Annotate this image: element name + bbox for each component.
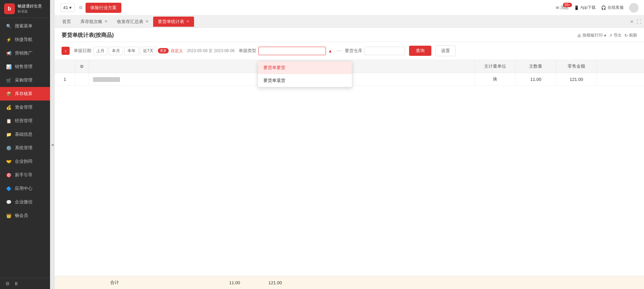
tab-home[interactable]: 首页 (57, 17, 76, 27)
export-btn[interactable]: ↗ 导出 (609, 32, 622, 38)
sidebar-label-quick-nav: 快捷导航 (15, 37, 32, 43)
sidebar-icon-search: 🔍 (5, 23, 12, 29)
recent-7days-btn[interactable]: 近7天 (140, 47, 157, 55)
sidebar-icon-guide: 🎯 (5, 172, 12, 178)
tab-order-stats[interactable]: 要货单统计表✕ (153, 17, 194, 27)
date-filter-group: 单据日期 上月 本月 本年 近7天 更多 自定义 (74, 47, 183, 55)
logo-icon: b (4, 3, 15, 14)
sidebar-label-wechat: 企业微信 (15, 199, 32, 205)
sidebar-item-sales[interactable]: 📊 销售管理 (0, 60, 50, 73)
sidebar-label-search: 搜索菜单 (15, 23, 32, 29)
table-footer: 合计 11.00 121.00 (55, 276, 644, 289)
sidebar-icon-quick-nav: ⚡ (5, 36, 12, 43)
sidebar-collapse-btn[interactable]: ◀ (50, 0, 55, 289)
tab-close-receive-summary[interactable]: ✕ (145, 19, 148, 24)
collapse-icon[interactable]: ⏸ (14, 281, 19, 286)
sidebar-icon-system: ⚙️ (5, 144, 12, 151)
type-input[interactable] (258, 47, 326, 55)
user-avatar[interactable] (629, 3, 639, 13)
messages-btn[interactable]: ✉ 消息 99+ (556, 5, 569, 10)
td-empty (597, 73, 644, 86)
date-range-text: 2023-05-06 至 2023-06-06 (187, 48, 235, 54)
refresh-btn[interactable]: ↻ 刷新 (624, 32, 637, 38)
type-dropdown-icon[interactable]: ▲ (328, 48, 332, 53)
sidebar-item-operation[interactable]: 📋 经营管理 (0, 114, 50, 128)
store-selector[interactable]: 41 ▾ (60, 3, 75, 12)
date-label: 单据日期 (74, 48, 91, 54)
header-gear-icon[interactable]: ⚙ (79, 5, 83, 10)
sidebar-item-appstore[interactable]: 🔷 应用中心 (0, 182, 50, 195)
sidebar-item-guide[interactable]: 🎯 新手引导 (0, 168, 50, 182)
content-area: 要货单统计表(按商品) 🖨 按模板打印 ▾ ↗ 导出 ↻ 刷新 › (55, 28, 644, 289)
sidebar-label-inventory: 库存核算 (15, 91, 32, 97)
sidebar-label-system: 系统管理 (15, 145, 32, 151)
sidebar-item-quick-nav[interactable]: ⚡ 快捷导航 (0, 33, 50, 46)
type-filter-group: 单据类型 ▲ (239, 47, 332, 55)
dropdown-item-order-req[interactable]: 要货单要货 (258, 61, 352, 74)
app-version: 标准版 (18, 9, 42, 14)
column-settings-icon[interactable]: ⚙ (80, 64, 84, 69)
sidebar-bottom: ⚙ ⏸ (0, 278, 50, 289)
print-icon: 🖨 (577, 33, 581, 38)
filter-bar: › 单据日期 上月 本月 本年 近7天 更多 自定义 2023-05-06 至 … (55, 42, 644, 60)
sidebar-item-enterprise[interactable]: 🤝 企业协同 (0, 155, 50, 168)
sidebar-label-basic: 基础信息 (15, 131, 32, 137)
type-label: 单据类型 (239, 48, 256, 54)
tab-receive-summary[interactable]: 收发存汇总表✕ (112, 17, 153, 27)
date-custom-btn[interactable]: 自定义 (171, 48, 183, 54)
th-settings[interactable]: ⚙ (75, 60, 89, 73)
sidebar-icon-basic: 📁 (5, 131, 12, 138)
sidebar: b 畅捷通好生意 标准版 🔍 搜索菜单 ⚡ 快捷导航 📢 营销推广 📊 销售管理… (0, 0, 50, 289)
td-settings-cell (75, 73, 89, 86)
th-unit: 主计量单位 (475, 60, 516, 73)
date-quick-btns: 上月 本月 本年 近7天 更多 (93, 47, 169, 55)
online-service-btn[interactable]: 🎧 在线客服 (601, 5, 624, 10)
tab-label-home: 首页 (62, 19, 71, 25)
filter-expand-btn[interactable]: › (62, 47, 70, 55)
tab-close-order-stats[interactable]: ✕ (186, 19, 189, 24)
store-number: 41 (63, 5, 68, 10)
app-download-btn[interactable]: 📱 App下载 (574, 5, 596, 10)
app-logo: b 畅捷通好生意 标准版 (0, 0, 50, 18)
expand-icon[interactable]: ⛶ (637, 19, 641, 24)
tab-inventory-batch[interactable]: 库存批次账✕ (76, 17, 112, 27)
header-right: ✉ 消息 99+ 📱 App下载 🎧 在线客服 (556, 3, 639, 13)
sidebar-item-basic[interactable]: 📁 基础信息 (0, 128, 50, 141)
app-icon: 📱 (574, 5, 579, 10)
trial-btn[interactable]: 体验行业方案 (86, 3, 121, 13)
sidebar-icon-enterprise: 🤝 (5, 158, 12, 165)
th-empty (597, 60, 644, 73)
sidebar-icon-purchase: 🛒 (5, 77, 12, 84)
tab-label-order-stats: 要货单统计表 (158, 19, 184, 25)
sidebar-menu: 🔍 搜索菜单 ⚡ 快捷导航 📢 营销推广 📊 销售管理 🛒 采购管理 📦 库存核… (0, 18, 50, 278)
sidebar-item-system[interactable]: ⚙️ 系统管理 (0, 141, 50, 155)
sidebar-item-marketing[interactable]: 📢 营销推广 (0, 46, 50, 60)
sidebar-item-purchase[interactable]: 🛒 采购管理 (0, 73, 50, 87)
sidebar-icon-sales: 📊 (5, 63, 12, 70)
footer-qty: 11.00 (214, 280, 255, 285)
td-qty: 11.00 (516, 73, 556, 86)
close-all-icon[interactable]: ✕ (630, 19, 634, 24)
sidebar-icon-wechat: 💬 (5, 199, 12, 205)
sidebar-item-wechat[interactable]: 💬 企业微信 (0, 195, 50, 209)
prev-month-btn[interactable]: 上月 (93, 47, 108, 55)
this-year-btn[interactable]: 本年 (124, 47, 139, 55)
sidebar-label-appstore: 应用中心 (15, 185, 32, 192)
tab-label-receive-summary: 收发存汇总表 (117, 19, 143, 25)
filter-more-btn[interactable]: ··· (336, 48, 341, 54)
sidebar-item-finance[interactable]: 💰 资金管理 (0, 101, 50, 114)
date-more-badge[interactable]: 更多 (158, 48, 169, 53)
sidebar-item-inventory[interactable]: 📦 库存核算 (0, 87, 50, 101)
sidebar-item-search[interactable]: 🔍 搜索菜单 (0, 19, 50, 33)
sidebar-item-vip[interactable]: 👑 畅会员 (0, 209, 50, 222)
dropdown-item-order-ret[interactable]: 要货单退货 (258, 74, 352, 87)
print-btn[interactable]: 🖨 按模板打印 ▾ (577, 32, 606, 38)
export-icon: ↗ (609, 33, 612, 38)
tab-close-inventory-batch[interactable]: ✕ (104, 19, 108, 24)
message-icon: ✉ (556, 5, 559, 10)
settings-icon[interactable]: ⚙ (5, 281, 10, 286)
this-month-btn[interactable]: 本月 (109, 47, 123, 55)
warehouse-input[interactable] (364, 47, 405, 55)
query-btn[interactable]: 查询 (409, 46, 431, 56)
filter-settings-btn[interactable]: 设置 (435, 45, 456, 56)
